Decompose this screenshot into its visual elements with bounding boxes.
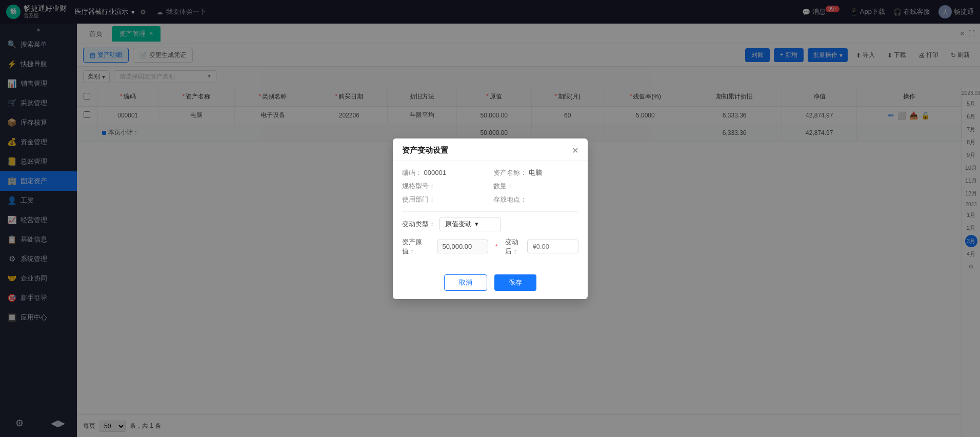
save-button[interactable]: 保存	[494, 274, 536, 291]
modal-change-type-value: 原值变动	[445, 220, 472, 229]
modal-spec-label: 规格型号：	[402, 182, 435, 191]
modal-code-value: 000001	[424, 169, 446, 176]
modal-info-grid: 编码： 000001 资产名称： 电脑 规格型号： 数量： 使用部门：	[402, 168, 578, 204]
cancel-button[interactable]: 取消	[444, 274, 487, 291]
modal-change-type-select[interactable]: 原值变动 ▾	[439, 217, 501, 231]
modal-original-value-label: 资产原值：	[402, 237, 433, 256]
chevron-down-icon: ▾	[475, 220, 478, 228]
modal-change-type-label: 变动类型：	[402, 220, 435, 229]
modal-code-label: 编码：	[402, 168, 422, 177]
modal-quantity-field: 数量：	[493, 182, 578, 191]
modal-original-value-display: 50,000.00	[437, 240, 488, 253]
modal-name-label: 资产名称：	[493, 168, 527, 177]
modal-title: 资产变动设置	[402, 146, 448, 155]
modal-overlay: 资产变动设置 ✕ 编码： 000001 资产名称： 电脑 规格型号： 数量：	[0, 0, 980, 437]
modal-spec-field: 规格型号：	[402, 182, 487, 191]
modal-body: 编码： 000001 资产名称： 电脑 规格型号： 数量： 使用部门：	[393, 161, 588, 269]
modal-divider	[402, 211, 578, 212]
modal-dept-field: 使用部门：	[402, 195, 487, 204]
modal-location-field: 存放地点：	[493, 195, 578, 204]
modal-code-field: 编码： 000001	[402, 168, 487, 177]
modal-dept-label: 使用部门：	[402, 195, 435, 204]
modal-footer: 取消 保存	[393, 269, 588, 299]
modal-quantity-label: 数量：	[493, 182, 513, 191]
modal-after-label: 变动后：	[505, 237, 523, 256]
modal-name-value: 电脑	[529, 168, 542, 177]
modal-name-field: 资产名称： 电脑	[493, 168, 578, 177]
modal-original-value-field: 资产原值： 50,000.00 * 变动后：	[402, 237, 578, 256]
asset-change-modal: 资产变动设置 ✕ 编码： 000001 资产名称： 电脑 规格型号： 数量：	[393, 138, 588, 299]
modal-required-marker: *	[495, 243, 498, 250]
modal-after-input[interactable]	[527, 240, 578, 253]
modal-location-label: 存放地点：	[493, 195, 527, 204]
modal-header: 资产变动设置 ✕	[393, 138, 588, 161]
modal-close-button[interactable]: ✕	[572, 146, 578, 155]
modal-change-type-field: 变动类型： 原值变动 ▾	[402, 217, 578, 231]
